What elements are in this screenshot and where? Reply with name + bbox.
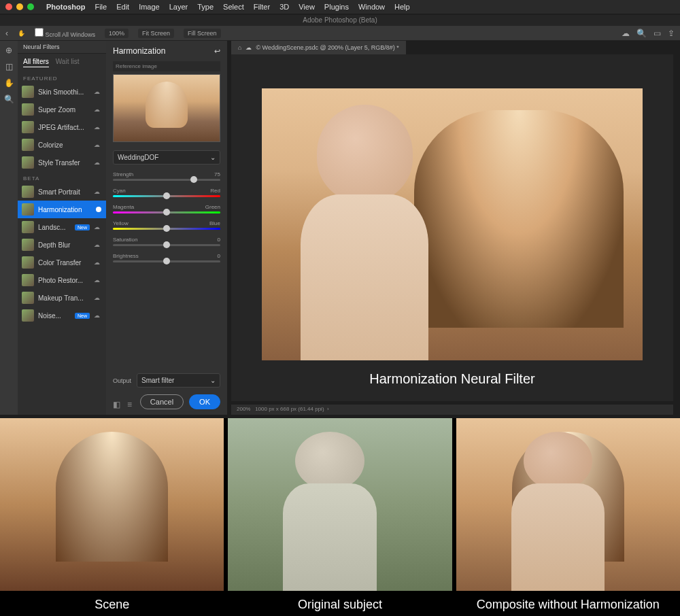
layers-stack-icon[interactable]: ≡ [127,400,132,409]
canvas-image[interactable] [262,88,643,360]
filter-name: Depth Blur [38,241,90,249]
comparison-image [228,418,452,591]
slider-track[interactable] [113,260,220,262]
filter-photo-restor-[interactable]: Photo Restor... ☁ [18,271,106,289]
tab-wait-list[interactable]: Wait list [56,58,80,67]
fit-screen-button[interactable]: Fit Screen [138,29,174,38]
filter-thumb [22,103,34,116]
output-dropdown[interactable]: Smart filter⌄ [137,373,220,388]
download-icon[interactable]: ☁ [94,259,102,266]
menu-filter[interactable]: Filter [254,3,270,11]
filter-style-transfer[interactable]: Style Transfer ☁ [18,154,106,171]
slider-track[interactable] [113,195,220,197]
download-icon[interactable]: ☁ [94,294,102,301]
menu-photoshop[interactable]: Photoshop [46,3,85,11]
download-icon[interactable]: ☁ [94,106,102,113]
slider-track[interactable] [113,179,220,181]
menu-layer[interactable]: Layer [169,3,188,11]
menu-file[interactable]: File [95,3,107,11]
slider-yellow[interactable]: YellowBlue [113,220,220,230]
search-icon[interactable]: 🔍 [636,29,647,38]
menu-image[interactable]: Image [139,3,160,11]
back-icon[interactable]: ‹ [5,29,8,38]
cloud-icon[interactable]: ☁ [622,29,630,38]
fill-screen-button[interactable]: Fill Screen [184,29,221,38]
filter-thumb [22,309,34,322]
filter-jpeg-artifact-[interactable]: JPEG Artifact... ☁ [18,118,106,136]
add-tool-icon[interactable]: ⊕ [3,45,14,56]
layer-dropdown[interactable]: WeddingDOF⌄ [113,150,220,165]
slider-knob[interactable] [190,176,197,183]
slider-knob[interactable] [163,258,170,264]
filter-landsc-[interactable]: Landsc... New ☁ [18,218,106,236]
menu-select[interactable]: Select [223,3,244,11]
filter-super-zoom[interactable]: Super Zoom ☁ [18,101,106,118]
menu-help[interactable]: Help [394,3,410,11]
slider-track[interactable] [113,211,220,213]
download-icon[interactable]: ☁ [94,88,102,95]
download-icon[interactable]: ☁ [94,277,102,284]
scroll-checkbox[interactable]: Scroll All Windows [35,28,95,38]
slider-knob[interactable] [163,225,170,232]
filter-name: Super Zoom [38,106,90,114]
slider-strength[interactable]: Strength75 [113,171,220,181]
hand-tool-icon[interactable]: ✋ [18,30,25,37]
menu-plugins[interactable]: Plugins [324,3,349,11]
download-icon[interactable]: ☁ [94,241,102,248]
filter-thumb [22,156,34,169]
filter-color-transfer[interactable]: Color Transfer ☁ [18,254,106,271]
share-icon[interactable]: ⇪ [668,29,675,38]
reset-icon[interactable]: ↩ [214,47,220,56]
download-icon[interactable]: ☁ [94,224,102,230]
filter-toggle[interactable] [88,206,102,213]
home-icon[interactable]: ⌂ [238,44,241,51]
filter-skin-smoothi-[interactable]: Skin Smoothi... ☁ [18,83,106,101]
download-icon[interactable]: ☁ [94,312,102,319]
filter-thumb [22,186,34,198]
workspace-icon[interactable]: ▭ [653,29,661,38]
slider-knob[interactable] [163,241,170,248]
layers-icon[interactable]: ◫ [3,61,14,72]
slider-brightness[interactable]: Brightness0 [113,253,220,262]
menu-window[interactable]: Window [358,3,385,11]
slider-magenta[interactable]: MagentaGreen [113,204,220,213]
download-icon[interactable]: ☁ [94,159,102,166]
comparison-original-subject: Original subject [228,418,452,616]
close-window[interactable] [5,3,12,10]
reference-label: Reference image [113,61,220,71]
zoom-icon[interactable]: 🔍 [3,94,14,105]
zoom-level[interactable]: 100% [105,29,129,38]
maximize-window[interactable] [27,3,34,10]
reference-image[interactable] [113,74,220,142]
slider-knob[interactable] [163,192,170,199]
tab-all-filters[interactable]: All filters [23,58,49,67]
download-icon[interactable]: ☁ [94,124,102,131]
slider-cyan[interactable]: CyanRed [113,188,220,197]
slider-track[interactable] [113,228,220,230]
filter-thumb [22,239,34,251]
filter-depth-blur[interactable]: Depth Blur ☁ [18,236,106,254]
filter-colorize[interactable]: Colorize ☁ [18,136,106,154]
slider-track[interactable] [113,244,220,246]
filter-smart-portrait[interactable]: Smart Portrait ☁ [18,183,106,201]
menu-type[interactable]: Type [197,3,214,11]
preview-icon[interactable]: ◧ [113,400,120,409]
beta-label: BETA [18,171,106,183]
menu-3d[interactable]: 3D [279,3,289,11]
menu-edit[interactable]: Edit [116,3,129,11]
download-icon[interactable]: ☁ [94,188,102,195]
document-tab[interactable]: ⌂ ☁ © WeddingScene.psdc @ 200% (Layer 5,… [231,41,406,54]
comparison-row: Scene Original subject Composite without… [0,418,680,616]
hand-icon[interactable]: ✋ [3,78,14,88]
slider-saturation[interactable]: Saturation0 [113,237,220,246]
download-icon[interactable]: ☁ [94,141,102,148]
menu-view[interactable]: View [299,3,315,11]
ok-button[interactable]: OK [189,394,220,409]
filter-harmonization[interactable]: Harmonization [18,201,106,218]
panel-tab[interactable]: Neural Filters [18,41,106,54]
slider-knob[interactable] [163,209,170,216]
cancel-button[interactable]: Cancel [140,394,184,409]
filter-makeup-tran-[interactable]: Makeup Tran... ☁ [18,289,106,307]
minimize-window[interactable] [16,3,23,10]
filter-noise-[interactable]: Noise... New ☁ [18,307,106,324]
